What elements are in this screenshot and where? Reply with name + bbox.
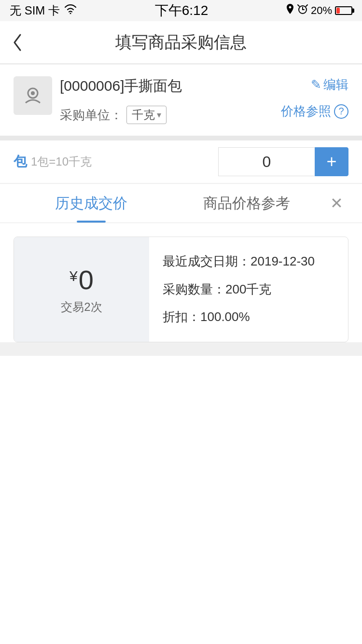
- discount-row: 折扣：100.00%: [163, 307, 334, 327]
- product-name: [0000006]手撕面包: [60, 76, 182, 96]
- discount-value: 100.00%: [200, 309, 250, 324]
- page-title: 填写商品采购信息: [115, 31, 247, 54]
- quantity-row-detail: 采购数量：200千克: [163, 280, 334, 300]
- back-button[interactable]: [12, 33, 23, 52]
- product-card: [0000006]手撕面包 采购单位： 千克 ▾ ✎ 编辑 价格参照 ?: [0, 65, 362, 136]
- status-left: 无 SIM 卡: [10, 3, 77, 18]
- tab-price-reference[interactable]: 商品价格参考: [169, 184, 324, 223]
- product-info: [0000006]手撕面包 采购单位： 千克 ▾: [60, 76, 182, 124]
- currency-symbol: ¥: [70, 268, 78, 284]
- help-icon: ?: [334, 104, 348, 119]
- unit-arrow-icon: ▾: [157, 110, 161, 120]
- date-value: 2019-12-30: [251, 254, 315, 268]
- date-label: 最近成交日期：: [163, 254, 251, 268]
- tabs-section: 历史成交价 商品价格参考 ✕ ¥ 0 交易2次 最近成交日期：2019-12-3…: [0, 184, 362, 342]
- price-ref-label: 价格参照: [281, 103, 331, 120]
- quantity-row: 包 1包=10千克 +: [0, 140, 362, 183]
- unit-label: 采购单位：: [60, 107, 123, 124]
- location-icon: [286, 4, 294, 17]
- price-card: ¥ 0 交易2次 最近成交日期：2019-12-30 采购数量：200千克 折扣…: [14, 237, 348, 342]
- nav-bar: 填写商品采购信息: [0, 21, 362, 64]
- svg-point-4: [31, 91, 35, 95]
- product-left: [0000006]手撕面包 采购单位： 千克 ▾: [14, 76, 182, 124]
- status-bar: 无 SIM 卡 下午6:12 20%: [0, 0, 362, 21]
- edit-button[interactable]: ✎ 编辑: [311, 76, 348, 93]
- date-row: 最近成交日期：2019-12-30: [163, 252, 334, 272]
- carrier-text: 无 SIM 卡: [10, 3, 60, 18]
- tab-history-price[interactable]: 历史成交价: [14, 184, 169, 223]
- tabs-close-button[interactable]: ✕: [324, 191, 348, 215]
- unit-selector[interactable]: 千克 ▾: [126, 106, 167, 124]
- status-right: 20%: [286, 4, 352, 17]
- tabs-header: 历史成交价 商品价格参考 ✕: [0, 184, 362, 223]
- quantity-plus-button[interactable]: +: [315, 147, 348, 176]
- product-thumbnail: [14, 76, 52, 115]
- quantity-unit-note: 1包=10千克: [31, 154, 92, 169]
- bottom-area: [0, 356, 362, 644]
- unit-value: 千克: [132, 107, 155, 123]
- alarm-icon: [297, 4, 308, 17]
- qty-value: 200千克: [225, 282, 271, 296]
- product-header: [0000006]手撕面包 采购单位： 千克 ▾ ✎ 编辑 价格参照 ?: [14, 76, 348, 124]
- price-value: 0: [79, 264, 94, 295]
- edit-label: 编辑: [323, 76, 348, 93]
- quantity-input[interactable]: [218, 147, 315, 176]
- product-unit-row: 采购单位： 千克 ▾: [60, 106, 182, 124]
- section-divider: [0, 136, 362, 140]
- battery-icon: [335, 6, 352, 15]
- wifi-icon: [64, 4, 77, 17]
- price-amount: ¥ 0: [70, 264, 94, 295]
- discount-label: 折扣：: [163, 309, 200, 324]
- qty-label: 采购数量：: [163, 282, 225, 296]
- price-reference-button[interactable]: 价格参照 ?: [281, 103, 348, 120]
- product-right: ✎ 编辑 价格参照 ?: [281, 76, 348, 120]
- quantity-control: +: [218, 147, 348, 176]
- battery-percent: 20%: [311, 4, 332, 17]
- transaction-count: 交易2次: [61, 299, 102, 315]
- quantity-unit-icon: 包: [14, 153, 27, 171]
- price-summary-panel: ¥ 0 交易2次: [14, 237, 149, 342]
- edit-icon: ✎: [311, 77, 321, 92]
- tab-reference-label: 商品价格参考: [203, 194, 290, 213]
- price-detail-panel: 最近成交日期：2019-12-30 采购数量：200千克 折扣：100.00%: [149, 237, 348, 342]
- quantity-label: 包 1包=10千克: [14, 153, 92, 171]
- tab-history-label: 历史成交价: [55, 194, 127, 213]
- status-time: 下午6:12: [155, 1, 209, 20]
